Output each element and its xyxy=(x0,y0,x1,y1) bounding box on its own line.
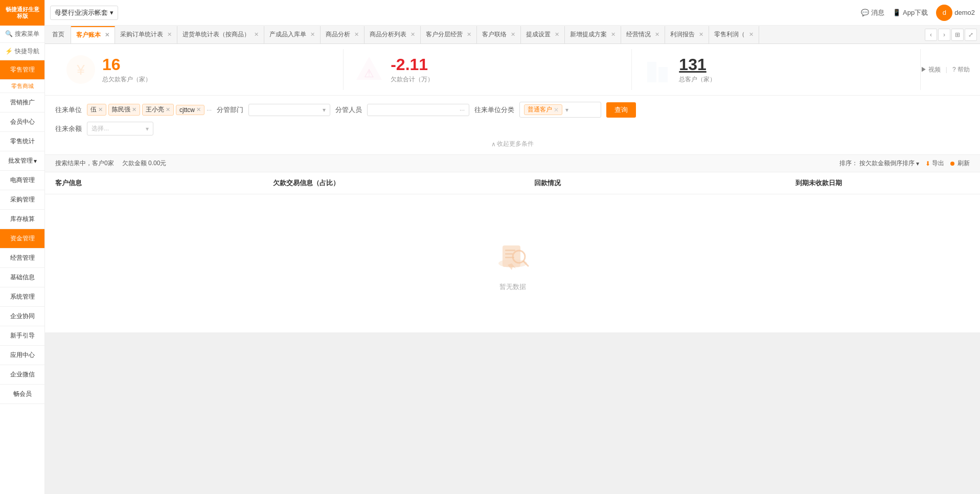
refresh-btn[interactable]: 刷新 xyxy=(950,159,970,168)
tab-purchase-order[interactable]: 采购订单统计表 ✕ xyxy=(115,26,177,43)
tab-customer-tier-close[interactable]: ✕ xyxy=(467,31,471,38)
unit-tag-wang-remove[interactable]: ✕ xyxy=(166,106,170,113)
debt-label: 欠款合计（万） xyxy=(391,75,434,84)
table-header: 客户信息 欠款交易信息（占比） 回款情况 到期未收款日期 xyxy=(45,172,980,194)
tab-stock-stat[interactable]: 进货单统计表（按商品） ✕ xyxy=(177,26,264,43)
unit-tag-wu-remove[interactable]: ✕ xyxy=(98,106,103,113)
sidebar-item-capital[interactable]: 资金管理 xyxy=(0,229,44,249)
tab-stock-stat-close[interactable]: ✕ xyxy=(254,31,259,38)
sidebar-quick-nav[interactable]: ⚡ 快捷导航 xyxy=(0,43,44,60)
col-payment-header: 回款情况 xyxy=(534,178,795,188)
sidebar-item-marketing[interactable]: 营销推广 xyxy=(0,93,44,113)
tab-stock-stat-label: 进货单统计表（按商品） xyxy=(183,30,250,39)
tab-raise-settings-close[interactable]: ✕ xyxy=(555,31,559,38)
collapse-row: ∧ 收起更多条件 xyxy=(55,140,970,148)
tab-retail-profit[interactable]: 零售利润（ ✕ xyxy=(709,26,759,43)
tab-prev-btn[interactable]: ‹ xyxy=(925,29,937,41)
coin-icon: ¥ xyxy=(65,54,96,85)
tab-product-in[interactable]: 产成品入库单 ✕ xyxy=(264,26,321,43)
sidebar-search[interactable]: 🔍 搜索菜单 xyxy=(0,26,44,43)
unit-type-label: 往来单位分类 xyxy=(474,105,514,115)
tab-home-label: 首页 xyxy=(52,30,64,39)
tab-goods-list-close[interactable]: ✕ xyxy=(411,31,415,38)
tab-new-raise-close[interactable]: ✕ xyxy=(611,31,616,38)
video-help: ▶ 视频 | ? 帮助 xyxy=(921,65,970,74)
tab-goods-analysis-list[interactable]: 商品分析列表 ✕ xyxy=(364,26,421,43)
sidebar-item-member[interactable]: 会员中心 xyxy=(0,113,44,132)
tab-business-status-label: 经营情况 xyxy=(626,30,651,39)
topbar: 母婴行业演示帐套 ▾ 💬 消息 📱 App下载 d demo2 xyxy=(45,0,980,26)
tab-profit-report-close[interactable]: ✕ xyxy=(699,31,703,38)
tab-home[interactable]: 首页 xyxy=(46,26,71,43)
tab-retail-profit-close[interactable]: ✕ xyxy=(749,31,754,38)
tab-purchase-order-label: 采购订单统计表 xyxy=(120,30,163,39)
balance-label: 往来余额 xyxy=(55,124,82,133)
tab-fullscreen-btn[interactable]: ⤢ xyxy=(965,29,977,41)
tab-business-status-close[interactable]: ✕ xyxy=(655,31,659,38)
tab-goods-analysis-close[interactable]: ✕ xyxy=(354,31,359,38)
tab-product-in-close[interactable]: ✕ xyxy=(310,31,315,38)
tab-next-btn[interactable]: › xyxy=(938,29,950,41)
sidebar-item-new-guide[interactable]: 新手引导 xyxy=(0,326,44,346)
account-selector[interactable]: 母婴行业演示帐套 ▾ xyxy=(50,6,118,20)
tab-business-status[interactable]: 经营情况 ✕ xyxy=(621,26,665,43)
sort-btn[interactable]: 排序： 按欠款金额倒序排序 ▾ xyxy=(839,159,919,168)
tab-customer-tier[interactable]: 客户分层经营 ✕ xyxy=(421,26,477,43)
svg-text:⚠: ⚠ xyxy=(364,67,374,80)
sidebar-item-pro-member[interactable]: 畅会员 xyxy=(0,385,44,404)
tab-goods-analysis[interactable]: 商品分析 ✕ xyxy=(321,26,364,43)
tab-customer-capital[interactable]: 客户账本 ✕ xyxy=(71,26,115,43)
sidebar-item-retail-mall[interactable]: 零售商城 xyxy=(0,80,44,93)
app-download-btn[interactable]: 📱 App下载 xyxy=(893,8,928,17)
person-label: 分管人员 xyxy=(335,105,362,115)
sidebar-item-app-center[interactable]: 应用中心 xyxy=(0,346,44,365)
help-btn[interactable]: ? 帮助 xyxy=(952,65,970,74)
person-select[interactable]: ··· xyxy=(367,104,469,116)
sidebar-item-retail-mgmt[interactable]: 零售管理 xyxy=(0,60,44,80)
tab-customer-contact[interactable]: 客户联络 ✕ xyxy=(477,26,521,43)
tab-raise-settings[interactable]: 提成设置 ✕ xyxy=(521,26,565,43)
results-summary: 搜索结果中，客户0家 欠款金额 0.00元 xyxy=(55,159,166,168)
sidebar-item-retail-stats[interactable]: 零售统计 xyxy=(0,132,44,151)
sidebar-item-enterprise-collab[interactable]: 企业协同 xyxy=(0,307,44,326)
query-button[interactable]: 查询 xyxy=(606,102,636,118)
collapse-btn[interactable]: ∧ 收起更多条件 xyxy=(491,140,534,148)
phone-icon: 📱 xyxy=(893,9,901,16)
tab-new-raise[interactable]: 新增提成方案 ✕ xyxy=(565,26,621,43)
sidebar-item-ecommerce[interactable]: 电商管理 xyxy=(0,171,44,190)
balance-placeholder: 选择... xyxy=(92,124,109,133)
message-btn[interactable]: 💬 消息 xyxy=(861,8,884,17)
stat-total2-text: 131 总客户（家） xyxy=(679,55,716,84)
sidebar-item-wholesale[interactable]: 批发管理 ▾ xyxy=(0,151,44,171)
user-avatar-btn[interactable]: d demo2 xyxy=(936,5,975,21)
tab-profit-report[interactable]: 利润报告 ✕ xyxy=(665,26,709,43)
sidebar-item-ops[interactable]: 经营管理 xyxy=(0,249,44,268)
svg-text:¥: ¥ xyxy=(76,62,85,78)
unit-type-tag-remove[interactable]: ✕ xyxy=(554,106,559,114)
svg-rect-4 xyxy=(647,62,656,82)
total-customers2-label: 总客户（家） xyxy=(679,75,716,84)
dept-select[interactable]: ▾ xyxy=(248,104,330,116)
sidebar-item-sys[interactable]: 系统管理 xyxy=(0,287,44,307)
filter-row-2: 往来余额 选择... ▾ xyxy=(55,122,970,136)
unit-tags-more[interactable]: ··· xyxy=(207,106,212,114)
unit-tag-cjttcw-remove[interactable]: ✕ xyxy=(196,106,201,113)
unit-type-select[interactable]: 普通客户 ✕ ▾ xyxy=(519,102,601,118)
question-icon: ? xyxy=(952,66,956,73)
total-customers-label: 总欠款客户（家） xyxy=(102,75,151,84)
sidebar-item-purchase[interactable]: 采购管理 xyxy=(0,190,44,210)
tab-customer-capital-close[interactable]: ✕ xyxy=(105,32,109,38)
sidebar-item-inventory[interactable]: 库存核算 xyxy=(0,210,44,229)
balance-select[interactable]: 选择... ▾ xyxy=(87,122,153,136)
tab-expand-btn[interactable]: ⊞ xyxy=(951,29,964,41)
tab-purchase-order-close[interactable]: ✕ xyxy=(167,31,172,38)
avatar: d xyxy=(936,5,952,21)
sidebar-item-basic[interactable]: 基础信息 xyxy=(0,268,44,287)
logo-subtext: 标版 xyxy=(17,13,28,19)
export-btn[interactable]: ⬇ 导出 xyxy=(925,159,944,168)
unit-tag-chen-remove[interactable]: ✕ xyxy=(132,106,136,113)
results-actions: 排序： 按欠款金额倒序排序 ▾ ⬇ 导出 刷新 xyxy=(839,159,970,168)
video-btn[interactable]: ▶ 视频 xyxy=(921,65,941,74)
tab-customer-contact-close[interactable]: ✕ xyxy=(511,31,515,38)
sidebar-item-enterprise-wx[interactable]: 企业微信 xyxy=(0,365,44,385)
